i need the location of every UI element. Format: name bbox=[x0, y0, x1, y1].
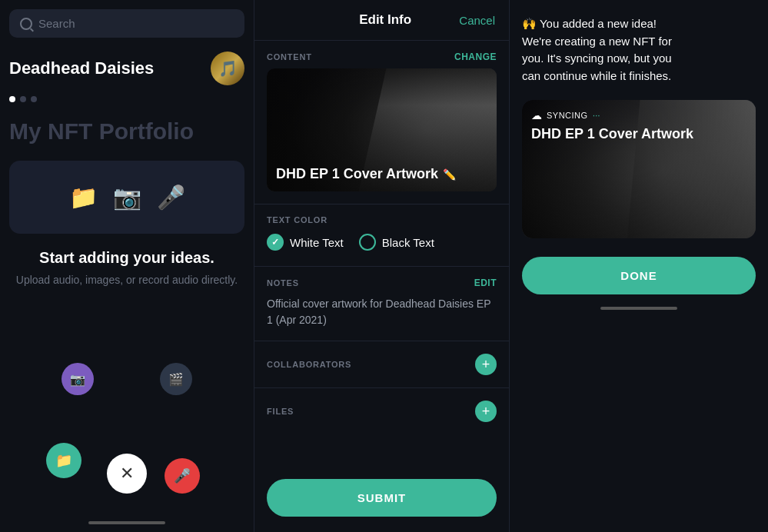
dot-3 bbox=[31, 96, 37, 102]
close-fab[interactable]: ✕ bbox=[107, 454, 147, 494]
nft-card: ☁ SYNCING ··· DHD EP 1 Cover Artwork bbox=[522, 100, 756, 238]
collaborators-row: COLLABORATORS + bbox=[254, 344, 509, 384]
cloud-icon: ☁ bbox=[531, 109, 542, 121]
content-section-header: CONTENT CHANGE bbox=[254, 41, 509, 68]
search-bar[interactable]: Search bbox=[9, 9, 244, 38]
video-fab[interactable]: 🎬 bbox=[160, 363, 192, 395]
divider-4 bbox=[254, 387, 509, 388]
divider-2 bbox=[254, 266, 509, 267]
files-label: FILES bbox=[267, 407, 294, 416]
search-icon bbox=[20, 18, 32, 30]
nft-card-overlay: ☁ SYNCING ··· DHD EP 1 Cover Artwork bbox=[522, 100, 756, 238]
notes-text: Official cover artwork for Deadhead Dais… bbox=[267, 296, 497, 328]
notes-header: NOTES EDIT bbox=[267, 270, 497, 291]
white-text-label: White Text bbox=[290, 236, 344, 249]
change-button[interactable]: CHANGE bbox=[454, 52, 497, 62]
folder-fab[interactable]: 📁 bbox=[46, 443, 81, 478]
fab-area: 📷 🎬 📁 🎤 ✕ bbox=[58, 355, 196, 494]
add-collaborator-button[interactable]: + bbox=[475, 354, 497, 375]
start-adding-sub: Upload audio, images, or record audio di… bbox=[9, 273, 244, 288]
mic-fab[interactable]: 🎤 bbox=[165, 458, 200, 494]
done-button[interactable]: DONE bbox=[522, 257, 756, 294]
black-text-radio[interactable] bbox=[359, 234, 376, 251]
nft-card-title: DHD EP 1 Cover Artwork bbox=[531, 126, 746, 142]
notification-body: You added a new idea!We're creating a ne… bbox=[522, 17, 672, 82]
home-indicator bbox=[88, 521, 165, 524]
notification-text: 🙌 You added a new idea!We're creating a … bbox=[522, 15, 756, 85]
panel-left: Search Deadhead Daisies 🎵 My NFT Portfol… bbox=[0, 0, 254, 532]
divider-3 bbox=[254, 341, 509, 341]
text-color-label: TEXT COLOR bbox=[267, 215, 327, 224]
camera-icon: 📷 bbox=[113, 184, 141, 211]
add-files-button[interactable]: + bbox=[475, 401, 497, 422]
portfolio-title: My NFT Portfolio bbox=[9, 118, 244, 145]
white-text-radio[interactable] bbox=[267, 234, 284, 251]
edit-header: Edit Info Cancel bbox=[254, 0, 509, 41]
dot-1 bbox=[9, 96, 15, 102]
mic-icon: 🎤 bbox=[157, 184, 185, 211]
files-row: FILES + bbox=[254, 391, 509, 431]
syncing-label: SYNCING bbox=[547, 111, 588, 120]
upload-box: 📁 📷 🎤 bbox=[9, 161, 244, 234]
collaborators-label: COLLABORATORS bbox=[267, 360, 351, 369]
white-text-option[interactable]: White Text bbox=[267, 234, 344, 251]
text-color-section: TEXT COLOR White Text Black Text bbox=[254, 208, 509, 263]
syncing-row: ☁ SYNCING ··· bbox=[531, 109, 746, 121]
pencil-icon[interactable]: ✏️ bbox=[443, 168, 456, 181]
page-dots bbox=[9, 96, 244, 102]
syncing-dots: ··· bbox=[593, 110, 600, 121]
avatar[interactable]: 🎵 bbox=[211, 52, 244, 85]
dot-2 bbox=[20, 96, 26, 102]
content-label: CONTENT bbox=[267, 52, 312, 62]
notes-label: NOTES bbox=[267, 278, 299, 288]
start-adding-title: Start adding your ideas. bbox=[9, 249, 244, 267]
folder-icon: 📁 bbox=[69, 184, 98, 211]
edit-info-title: Edit Info bbox=[359, 12, 411, 28]
image-overlay: DHD EP 1 Cover Artwork ✏️ bbox=[267, 68, 497, 191]
divider-1 bbox=[254, 204, 509, 204]
profile-row: Deadhead Daisies 🎵 bbox=[9, 52, 244, 85]
notes-section: NOTES EDIT Official cover artwork for De… bbox=[254, 270, 509, 337]
camera-fab[interactable]: 📷 bbox=[62, 363, 94, 395]
content-image: DHD EP 1 Cover Artwork ✏️ bbox=[267, 68, 497, 191]
home-indicator-right bbox=[600, 307, 677, 310]
profile-name: Deadhead Daisies bbox=[9, 58, 154, 78]
panel-right: 🙌 You added a new idea!We're creating a … bbox=[510, 0, 768, 532]
text-color-header: TEXT COLOR bbox=[267, 208, 497, 228]
notification-emoji: 🙌 bbox=[522, 17, 537, 30]
submit-wrap: SUBMIT bbox=[254, 479, 509, 517]
cancel-button[interactable]: Cancel bbox=[459, 14, 495, 27]
panel-middle: Edit Info Cancel CONTENT CHANGE DHD EP 1… bbox=[254, 0, 510, 532]
search-placeholder: Search bbox=[38, 17, 75, 30]
image-title-row: DHD EP 1 Cover Artwork ✏️ bbox=[276, 166, 487, 182]
notes-edit-button[interactable]: EDIT bbox=[474, 278, 497, 288]
submit-button[interactable]: SUBMIT bbox=[267, 479, 497, 517]
black-text-option[interactable]: Black Text bbox=[359, 234, 434, 251]
edit-scroll: CONTENT CHANGE DHD EP 1 Cover Artwork ✏️… bbox=[254, 41, 509, 532]
nft-card-image: ☁ SYNCING ··· DHD EP 1 Cover Artwork bbox=[522, 100, 756, 238]
text-color-options: White Text Black Text bbox=[267, 234, 497, 251]
black-text-label: Black Text bbox=[382, 236, 434, 249]
content-image-title: DHD EP 1 Cover Artwork bbox=[276, 166, 438, 182]
